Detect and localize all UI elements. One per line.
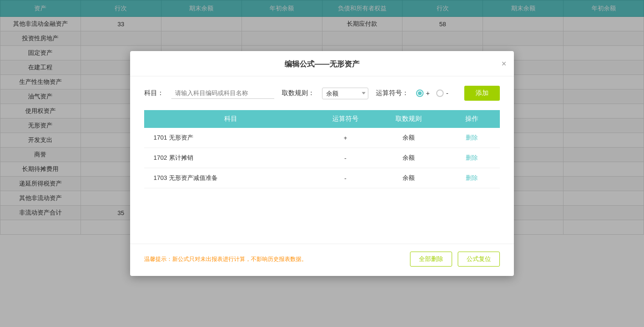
- modal-footer: 温馨提示：新公式只对未出报表进行计算，不影响历史报表数据。 全部删除 公式复位: [130, 244, 514, 276]
- operator-label: 运算符号：: [376, 89, 409, 97]
- table-row: 1703 无形资产减值准备-余额删除: [144, 168, 500, 188]
- reset-formula-button[interactable]: 公式复位: [458, 252, 500, 267]
- modal-close-button[interactable]: ×: [501, 59, 506, 68]
- table-cell-operator: +: [317, 128, 373, 148]
- footer-tip: 温馨提示：新公式只对未出报表进行计算，不影响历史报表数据。: [144, 255, 307, 263]
- table-cell-subject: 1701 无形资产: [144, 128, 317, 148]
- operator-radio-group: + -: [416, 89, 448, 97]
- delete-row-link[interactable]: 删除: [466, 134, 478, 141]
- table-cell-subject: 1702 累计摊销: [144, 148, 317, 168]
- table-cell-operator: -: [317, 168, 373, 188]
- subject-label: 科目：: [144, 89, 164, 97]
- table-header-row: 科目 运算符号 取数规则 操作: [144, 110, 500, 128]
- operator-minus-radio[interactable]: [436, 89, 444, 97]
- table-cell-operator: -: [317, 148, 373, 168]
- col-rule: 取数规则: [373, 110, 444, 128]
- table-cell-rule: 余额: [373, 128, 444, 148]
- table-cell-rule: 余额: [373, 148, 444, 168]
- add-button[interactable]: 添加: [464, 86, 500, 101]
- delete-row-link[interactable]: 删除: [466, 174, 478, 181]
- table-cell-action: 删除: [444, 148, 500, 168]
- table-cell-subject: 1703 无形资产减值准备: [144, 168, 317, 188]
- modal-body: 科目： 取数规则： 余额借方发生额贷方发生额 运算符号： +: [130, 76, 514, 244]
- modal: 编辑公式——无形资产 × 科目： 取数规则： 余额借方发生额贷方发生额 运算符号…: [130, 51, 514, 276]
- modal-header: 编辑公式——无形资产 ×: [130, 51, 514, 76]
- col-subject: 科目: [144, 110, 317, 128]
- rule-select-wrap[interactable]: 余额借方发生额贷方发生额: [322, 88, 368, 99]
- table-row: 1702 累计摊销-余额删除: [144, 148, 500, 168]
- table-row: 1701 无形资产+余额删除: [144, 128, 500, 148]
- subject-input[interactable]: [171, 88, 274, 99]
- delete-all-button[interactable]: 全部删除: [410, 252, 452, 267]
- operator-plus-label: +: [426, 89, 430, 97]
- operator-plus-item[interactable]: +: [416, 89, 430, 97]
- form-row: 科目： 取数规则： 余额借方发生额贷方发生额 运算符号： +: [144, 86, 500, 101]
- col-operator: 运算符号: [317, 110, 373, 128]
- delete-row-link[interactable]: 删除: [466, 154, 478, 161]
- table-cell-action: 删除: [444, 128, 500, 148]
- modal-title: 编辑公式——无形资产: [285, 59, 359, 69]
- col-action: 操作: [444, 110, 500, 128]
- operator-plus-radio[interactable]: [416, 89, 424, 97]
- formula-table: 科目 运算符号 取数规则 操作 1701 无形资产+余额删除1702 累计摊销-…: [144, 110, 500, 188]
- table-cell-rule: 余额: [373, 168, 444, 188]
- operator-minus-item[interactable]: -: [436, 89, 448, 97]
- rule-label: 取数规则：: [282, 89, 315, 97]
- rule-select[interactable]: 余额借方发生额贷方发生额: [322, 88, 368, 99]
- footer-buttons: 全部删除 公式复位: [410, 252, 500, 267]
- modal-backdrop: 编辑公式——无形资产 × 科目： 取数规则： 余额借方发生额贷方发生额 运算符号…: [0, 0, 644, 327]
- operator-minus-label: -: [446, 89, 448, 97]
- table-cell-action: 删除: [444, 168, 500, 188]
